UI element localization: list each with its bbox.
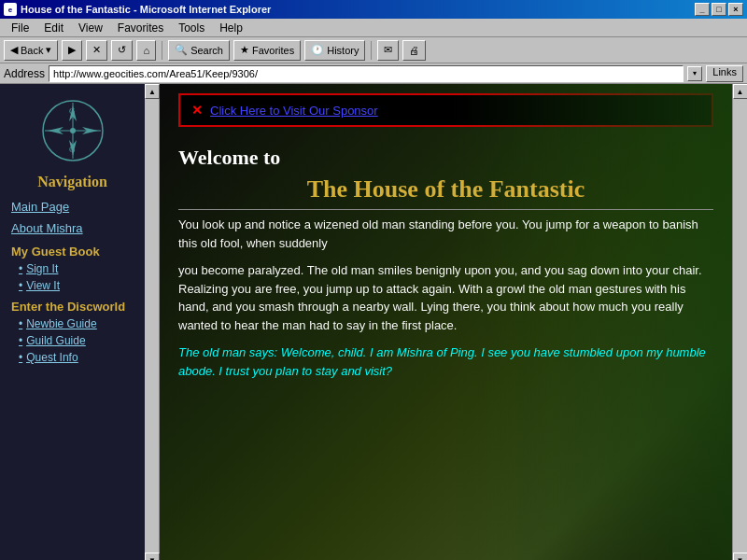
back-button[interactable]: ◀ Back ▾ [4,40,58,61]
bullet-icon: • [19,262,22,275]
sidebar-logo: G G [0,84,145,168]
history-icon: 🕐 [311,44,324,56]
welcome-heading: Welcome to [178,146,713,170]
content-scroll-up[interactable]: ▲ [733,84,748,99]
address-dropdown-button[interactable]: ▾ [687,66,702,81]
forward-arrow-icon: ▶ [68,44,76,56]
menu-favorites[interactable]: Favorites [110,20,171,36]
toolbar: ◀ Back ▾ ▶ ✕ ↺ ⌂ 🔍 Search ★ Favorites 🕐 … [0,37,747,63]
menu-file[interactable]: File [4,20,36,36]
sponsor-banner[interactable]: ✕ Click Here to Visit Our Sponsor [178,93,713,127]
close-button[interactable]: × [728,3,743,16]
site-title: The House of the Fantastic [178,175,713,203]
menu-bar: File Edit View Favorites Tools Help [0,19,747,37]
minimize-button[interactable]: _ [695,3,710,16]
home-icon: ⌂ [143,45,149,56]
sidebar-item-sign-it[interactable]: • Sign It [0,260,145,277]
content-wrapper: ✕ Click Here to Visit Our Sponsor Welcom… [160,84,732,560]
address-label: Address [4,67,45,80]
refresh-button[interactable]: ↺ [111,40,133,61]
sidebar-item-view-it[interactable]: • View It [0,277,145,294]
search-button[interactable]: 🔍 Search [168,40,230,61]
bullet-icon-2: • [19,279,22,292]
sidebar-item-quest-info[interactable]: • Quest Info [0,349,145,366]
compass-icon: G G [40,98,106,163]
content-scroll-down[interactable]: ▼ [733,553,748,560]
bullet-icon-4: • [19,334,22,347]
print-icon: 🖨 [409,45,419,56]
sidebar-item-guild-guide[interactable]: • Guild Guide [0,332,145,349]
home-button[interactable]: ⌂ [136,40,156,61]
maximize-button[interactable]: □ [712,3,726,16]
sidebar-scroll-track [145,99,159,553]
title-bar: e House of the Fantastic - Microsoft Int… [0,0,747,19]
sidebar-nav-title: Navigation [0,168,145,196]
content-scroll-track [733,99,748,553]
content-scrollbar[interactable]: ▲ ▼ [732,84,747,560]
back-dropdown-icon: ▾ [46,44,51,56]
sponsor-link[interactable]: Click Here to Visit Our Sponsor [210,104,378,118]
content-bg: ✕ Click Here to Visit Our Sponsor Welcom… [160,84,732,560]
stop-button[interactable]: ✕ [86,40,107,61]
sidebar-guestbook-title: My Guest Book [0,239,145,260]
bullet-icon-5: • [19,351,22,364]
menu-tools[interactable]: Tools [171,20,212,36]
sidebar: G G Navigation Main Page About Mishra My… [0,84,145,560]
favorites-icon: ★ [240,44,249,56]
main-area: G G Navigation Main Page About Mishra My… [0,84,747,560]
mail-button[interactable]: ✉ [377,40,399,61]
sidebar-scroll-down[interactable]: ▼ [145,553,160,560]
svg-point-7 [70,128,76,133]
dialog-text: The old man says: Welcome, child. I am M… [178,343,713,380]
stop-icon: ✕ [92,44,101,56]
sponsor-close-icon[interactable]: ✕ [191,103,203,118]
content-divider [178,209,713,210]
address-input[interactable] [49,65,684,82]
refresh-icon: ↺ [118,44,126,56]
address-bar: Address ▾ Links [0,63,747,84]
window-title: House of the Fantastic - Microsoft Inter… [21,4,271,15]
toolbar-separator-2 [371,41,372,60]
body-paragraph-1: You look up and notice a wizened old man… [178,216,713,252]
bullet-icon-3: • [19,317,22,330]
body-paragraph-2: you become paralyzed. The old man smiles… [178,261,713,334]
sidebar-item-newbie-guide[interactable]: • Newbie Guide [0,315,145,332]
forward-button[interactable]: ▶ [62,40,82,61]
history-button[interactable]: 🕐 History [304,40,365,61]
back-arrow-icon: ◀ [10,44,18,56]
svg-text:G: G [69,145,76,154]
app-icon: e [4,3,17,16]
mail-icon: ✉ [384,44,392,56]
sidebar-item-about-mishra[interactable]: About Mishra [0,217,145,239]
sidebar-scroll-up[interactable]: ▲ [145,84,160,99]
toolbar-separator-1 [162,41,162,60]
content-area: ✕ Click Here to Visit Our Sponsor Welcom… [160,84,732,560]
menu-help[interactable]: Help [212,20,250,36]
sidebar-item-main-page[interactable]: Main Page [0,196,145,217]
print-button[interactable]: 🖨 [402,40,426,61]
links-button[interactable]: Links [706,65,743,82]
sidebar-scrollbar[interactable]: ▲ ▼ [145,84,160,560]
menu-edit[interactable]: Edit [36,20,71,36]
svg-text:G: G [69,106,76,116]
search-icon: 🔍 [175,44,188,56]
favorites-button[interactable]: ★ Favorites [233,40,301,61]
welcome-section: Welcome to The House of the Fantastic Yo… [160,136,732,389]
sidebar-discworld-title: Enter the Discworld [0,294,145,315]
menu-view[interactable]: View [71,20,110,36]
window-controls[interactable]: _ □ × [695,3,743,16]
